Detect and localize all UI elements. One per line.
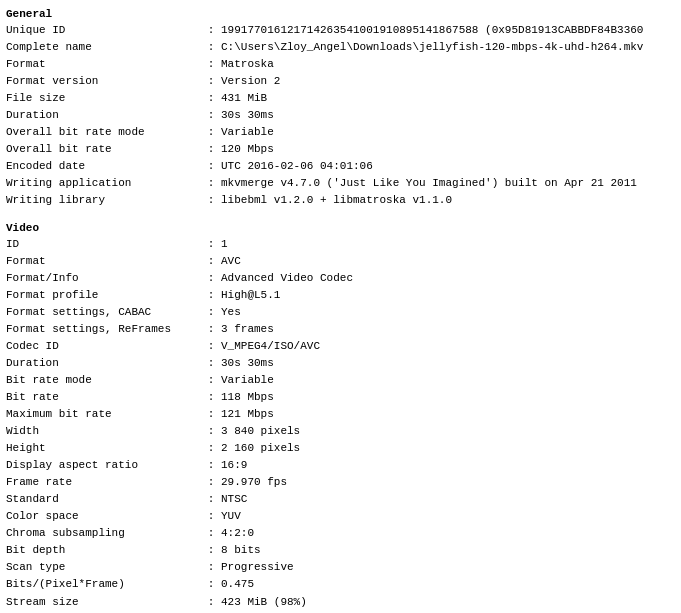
row-label: Width (6, 423, 201, 440)
row-colon: : (201, 270, 221, 287)
main-container: GeneralUnique ID:19917701612171426354100… (0, 0, 681, 613)
table-row: Format settings, CABAC:Yes (0, 304, 681, 321)
section-header-0: General (0, 6, 681, 22)
row-colon: : (201, 338, 221, 355)
row-colon: : (201, 457, 221, 474)
row-value: NTSC (221, 491, 675, 508)
row-label: Format (6, 56, 201, 73)
row-label: Color space (6, 508, 201, 525)
row-colon: : (201, 474, 221, 491)
table-row: Writing library:libebml v1.2.0 + libmatr… (0, 192, 681, 209)
table-row: File size:431 MiB (0, 90, 681, 107)
row-colon: : (201, 542, 221, 559)
table-row: Duration:30s 30ms (0, 355, 681, 372)
row-value: 30s 30ms (221, 107, 675, 124)
row-label: Display aspect ratio (6, 457, 201, 474)
table-row: Frame rate:29.970 fps (0, 474, 681, 491)
row-value: 8 bits (221, 542, 675, 559)
row-value: 2 160 pixels (221, 440, 675, 457)
row-colon: : (201, 175, 221, 192)
row-label: Format settings, ReFrames (6, 321, 201, 338)
table-row: Standard:NTSC (0, 491, 681, 508)
row-value: 4:2:0 (221, 525, 675, 542)
row-label: Duration (6, 355, 201, 372)
row-colon: : (201, 406, 221, 423)
row-value: YUV (221, 508, 675, 525)
table-row: Format profile:High@L5.1 (0, 287, 681, 304)
table-row: Stream size:423 MiB (98%) (0, 594, 681, 611)
table-row: Chroma subsampling:4:2:0 (0, 525, 681, 542)
table-row: Format:Matroska (0, 56, 681, 73)
row-label: Bits/(Pixel*Frame) (6, 576, 201, 593)
table-row: Format:AVC (0, 253, 681, 270)
row-colon: : (201, 440, 221, 457)
row-colon: : (201, 124, 221, 141)
table-row: Duration:30s 30ms (0, 107, 681, 124)
row-label: Complete name (6, 39, 201, 56)
row-value: 16:9 (221, 457, 675, 474)
row-value: 3 840 pixels (221, 423, 675, 440)
row-colon: : (201, 90, 221, 107)
row-colon: : (201, 73, 221, 90)
row-colon: : (201, 321, 221, 338)
row-colon: : (201, 253, 221, 270)
row-colon: : (201, 22, 221, 39)
row-colon: : (201, 141, 221, 158)
row-colon: : (201, 508, 221, 525)
row-label: ID (6, 236, 201, 253)
row-colon: : (201, 158, 221, 175)
row-label: Format/Info (6, 270, 201, 287)
row-colon: : (201, 236, 221, 253)
row-label: Overall bit rate (6, 141, 201, 158)
row-colon: : (201, 304, 221, 321)
row-value: 29.970 fps (221, 474, 675, 491)
row-value: V_MPEG4/ISO/AVC (221, 338, 675, 355)
row-value: UTC 2016-02-06 04:01:06 (221, 158, 675, 175)
row-colon: : (201, 594, 221, 611)
row-value: 121 Mbps (221, 406, 675, 423)
row-label: Format profile (6, 287, 201, 304)
row-colon: : (201, 525, 221, 542)
row-value: 30s 30ms (221, 355, 675, 372)
row-label: Writing library (6, 192, 201, 209)
row-value: 118 Mbps (221, 389, 675, 406)
row-value: Progressive (221, 559, 675, 576)
row-value: AVC (221, 253, 675, 270)
table-row: Height:2 160 pixels (0, 440, 681, 457)
table-row: Bit depth:8 bits (0, 542, 681, 559)
row-colon: : (201, 491, 221, 508)
row-label: Format version (6, 73, 201, 90)
table-row: Encoded date:UTC 2016-02-06 04:01:06 (0, 158, 681, 175)
row-value: Version 2 (221, 73, 675, 90)
table-row: Codec ID:V_MPEG4/ISO/AVC (0, 338, 681, 355)
table-row: Color space:YUV (0, 508, 681, 525)
table-row: Bit rate:118 Mbps (0, 389, 681, 406)
row-label: Scan type (6, 559, 201, 576)
row-value: 3 frames (221, 321, 675, 338)
table-row: Unique ID:199177016121714263541001910895… (0, 22, 681, 39)
table-row: Overall bit rate:120 Mbps (0, 141, 681, 158)
table-row: Width:3 840 pixels (0, 423, 681, 440)
row-colon: : (201, 107, 221, 124)
row-value: Variable (221, 372, 675, 389)
table-row: Bit rate mode:Variable (0, 372, 681, 389)
row-value: 0.475 (221, 576, 675, 593)
row-label: Encoded date (6, 158, 201, 175)
row-value: 1 (221, 236, 675, 253)
row-value: Advanced Video Codec (221, 270, 675, 287)
row-label: Bit depth (6, 542, 201, 559)
row-colon: : (201, 192, 221, 209)
row-value: Matroska (221, 56, 675, 73)
row-label: Unique ID (6, 22, 201, 39)
table-row: Maximum bit rate:121 Mbps (0, 406, 681, 423)
row-label: Stream size (6, 594, 201, 611)
row-colon: : (201, 576, 221, 593)
row-label: Standard (6, 491, 201, 508)
row-label: File size (6, 90, 201, 107)
table-row: Format version:Version 2 (0, 73, 681, 90)
table-row: Scan type:Progressive (0, 559, 681, 576)
row-colon: : (201, 56, 221, 73)
table-row: Display aspect ratio:16:9 (0, 457, 681, 474)
row-colon: : (201, 39, 221, 56)
table-row: Bits/(Pixel*Frame):0.475 (0, 576, 681, 593)
